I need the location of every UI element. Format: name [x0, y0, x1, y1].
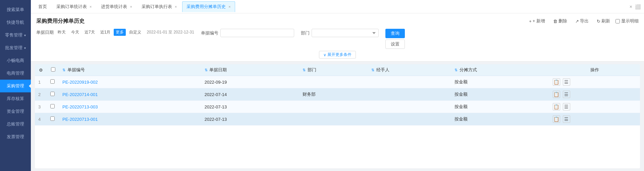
- tab-label: 采购订单统计表: [56, 4, 87, 10]
- sidebar-item-label: 快捷导航: [7, 20, 24, 25]
- row-actions: 📋 ☰: [549, 88, 640, 101]
- sidebar-item-accounting[interactable]: 总账管理: [0, 118, 31, 131]
- refresh-button[interactable]: ↻ 刷新: [594, 17, 613, 25]
- tab-purchase-order-exec[interactable]: 采购订单执行表 ×: [138, 1, 181, 12]
- th-doc-date[interactable]: ⇅ 单据日期: [201, 64, 299, 76]
- sidebar-item-retail[interactable]: 零售管理 ▾: [0, 29, 31, 41]
- tab-label: 采购费用分摊单历史: [186, 4, 226, 10]
- date-btn-today[interactable]: 今天: [69, 29, 81, 36]
- sidebar-item-ecommerce[interactable]: 电商管理: [0, 67, 31, 80]
- row-checkbox[interactable]: [47, 88, 59, 101]
- row-checkbox[interactable]: [47, 76, 59, 88]
- sidebar-item-purchase[interactable]: 采购管理: [0, 80, 31, 92]
- select-all-checkbox[interactable]: [51, 67, 55, 72]
- row-doc-no[interactable]: PE-20220714-001: [59, 88, 201, 101]
- sidebar-item-label: 采购管理: [7, 83, 24, 88]
- export-button[interactable]: ↗ 导出: [573, 17, 591, 25]
- sidebar-item-label: 小畅电商: [7, 58, 24, 63]
- date-btn-7days[interactable]: 近7天: [83, 29, 97, 36]
- row-actions: 📋 ☰: [549, 76, 640, 88]
- table-header-row: ⚙ ⇅ 单据编号 ⇅ 单据日期 ⇅ 部门: [35, 64, 640, 76]
- edit-icon[interactable]: 📋: [553, 103, 560, 110]
- tab-bar: 首页 采购订单统计表 × 进货单统计表 × 采购订单执行表 × 采购费用分摊单历…: [31, 0, 644, 13]
- export-label: 导出: [580, 18, 589, 24]
- row-doc-no[interactable]: PE-20220713-003: [59, 101, 201, 113]
- close-icon[interactable]: ×: [130, 5, 132, 9]
- tab-label: 首页: [38, 4, 47, 10]
- detail-icon[interactable]: ☰: [563, 78, 570, 86]
- row-split-method: 按金额: [451, 113, 549, 125]
- row-handler: [368, 113, 451, 125]
- row-checkbox[interactable]: [47, 113, 59, 125]
- date-btn-more[interactable]: 更多: [114, 29, 126, 36]
- th-doc-no[interactable]: ⇅ 单据编号: [59, 64, 201, 76]
- tab-purchase-order-stats[interactable]: 采购订单统计表 ×: [52, 1, 96, 12]
- row-split-method: 按金额: [451, 88, 549, 101]
- sidebar-item-search[interactable]: 搜索菜单: [0, 3, 31, 16]
- row-doc-date: 2022-07-14: [201, 88, 299, 101]
- detail-icon[interactable]: ☰: [563, 115, 570, 123]
- sidebar-item-label: 搜索菜单: [7, 7, 24, 12]
- sidebar-item-quick-nav[interactable]: 快捷导航: [0, 16, 31, 29]
- search-button[interactable]: 查询: [385, 29, 405, 38]
- tab-actions: × ⬜: [630, 4, 641, 9]
- edit-icon[interactable]: 📋: [553, 115, 560, 123]
- sidebar-item-wholesale[interactable]: 批发管理 ▾: [0, 41, 31, 54]
- sort-icon: ⇅: [62, 68, 65, 72]
- show-cols-toggle[interactable]: 显示明细: [615, 18, 639, 24]
- detail-icon[interactable]: ☰: [563, 103, 570, 110]
- close-icon[interactable]: ×: [228, 5, 230, 9]
- sidebar-item-label: 批发管理: [5, 45, 22, 50]
- chevron-down-icon: ▾: [24, 46, 26, 50]
- doc-no-input[interactable]: [220, 29, 294, 37]
- show-cols-checkbox[interactable]: [615, 19, 620, 23]
- edit-icon[interactable]: 📋: [553, 78, 560, 86]
- tab-label: 采购订单执行表: [142, 4, 172, 10]
- filter-row: 单据日期 昨天 今天 近7天 近1月 更多 自定义 2022-01-01 至 2…: [36, 29, 639, 49]
- restore-window-icon[interactable]: ⬜: [635, 4, 641, 9]
- row-handler: [368, 88, 451, 101]
- add-label: + 新增: [533, 18, 545, 24]
- tab-purchase-fee-history[interactable]: 采购费用分摊单历史 ×: [182, 1, 235, 12]
- th-dept[interactable]: ⇅ 部门: [299, 64, 368, 76]
- chevron-down-icon: ▾: [24, 33, 26, 37]
- date-btn-custom[interactable]: 自定义: [127, 29, 143, 36]
- row-doc-no[interactable]: PE-20220919-002: [59, 76, 201, 88]
- row-split-method: 按金额: [451, 76, 549, 88]
- tab-home[interactable]: 首页: [34, 1, 51, 12]
- th-checkbox[interactable]: [47, 64, 59, 76]
- sidebar-item-invoice[interactable]: 发票管理: [0, 131, 31, 143]
- row-split-method: 按金额: [451, 101, 549, 113]
- settings-icon: ⚙: [39, 68, 43, 73]
- row-dept: [299, 76, 368, 88]
- row-doc-date: 2022-09-19: [201, 76, 299, 88]
- expand-conditions-button[interactable]: ∨ 展开更多条件: [319, 51, 356, 59]
- dept-select[interactable]: 财务部: [312, 29, 379, 37]
- refresh-icon: ↻: [597, 19, 600, 24]
- th-split-method[interactable]: ⇅ 分摊方式: [451, 64, 549, 76]
- row-checkbox[interactable]: [47, 101, 59, 113]
- date-btn-yesterday[interactable]: 昨天: [56, 29, 68, 36]
- row-num: 2: [35, 88, 47, 101]
- delete-button[interactable]: 🗑 删除: [550, 17, 570, 25]
- edit-icon[interactable]: 📋: [553, 91, 560, 98]
- table-row: 1 PE-20220919-002 2022-09-19 按金额 📋 ☰: [35, 76, 640, 88]
- sidebar-item-label: 总账管理: [7, 121, 24, 126]
- th-handler[interactable]: ⇅ 经手人: [368, 64, 451, 76]
- row-doc-no[interactable]: PE-20220713-001: [59, 113, 201, 125]
- th-settings[interactable]: ⚙: [35, 64, 47, 76]
- close-icon[interactable]: ×: [175, 5, 177, 9]
- page-title: 采购费用分摊单历史: [36, 18, 85, 25]
- sidebar-item-finance[interactable]: 资金管理: [0, 105, 31, 118]
- th-action: 操作: [549, 64, 640, 76]
- close-icon[interactable]: ×: [90, 5, 92, 9]
- close-window-icon[interactable]: ×: [630, 4, 632, 9]
- detail-icon[interactable]: ☰: [563, 91, 570, 98]
- tab-purchase-goods-stats[interactable]: 进货单统计表 ×: [97, 1, 136, 12]
- sort-icon: ⇅: [454, 68, 458, 72]
- settings-button[interactable]: 设置: [385, 39, 405, 49]
- sidebar-item-mini-shop[interactable]: 小畅电商: [0, 54, 31, 67]
- sidebar-item-inventory[interactable]: 库存核算: [0, 92, 31, 105]
- date-btn-1month[interactable]: 近1月: [98, 29, 113, 36]
- add-button[interactable]: + + 新增: [526, 17, 548, 25]
